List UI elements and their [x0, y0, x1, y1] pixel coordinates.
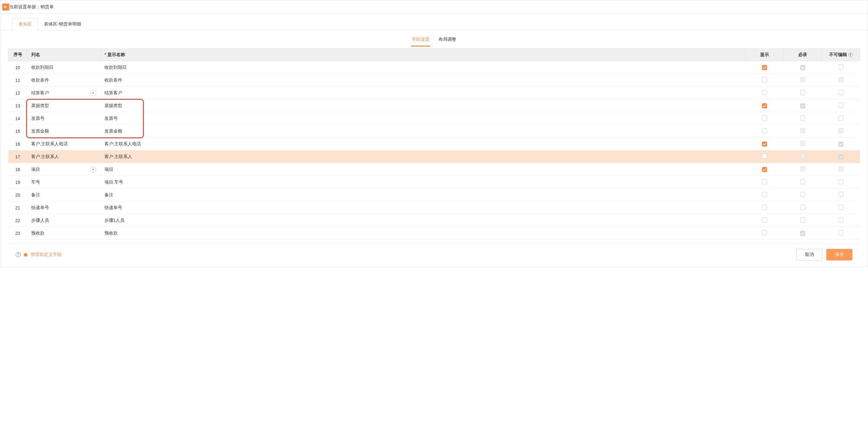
row-display-name[interactable]: 客户.主联系人电话 [101, 138, 745, 150]
add-button[interactable]: + [90, 90, 96, 96]
field-settings-table: 序号 列名 *显示名称 显示 必录 不可编辑? 10收款到期日收款到期日11收款… [8, 49, 860, 240]
checkbox-required [800, 141, 805, 146]
row-display-name[interactable]: 发票号 [101, 112, 745, 125]
checkbox-readonly[interactable] [838, 192, 843, 197]
checkbox-required [800, 128, 805, 133]
checkbox-show[interactable] [762, 128, 767, 133]
gear-icon [23, 252, 28, 257]
checkbox-required[interactable] [800, 115, 805, 120]
column-header-name: 列名 [27, 49, 101, 61]
row-display-name[interactable]: 预收款 [101, 227, 745, 240]
row-display-name[interactable]: 项目 [101, 163, 745, 176]
row-name-text: 客户.主联系人 [31, 154, 59, 159]
checkbox-show[interactable] [762, 154, 767, 159]
table-row: 22步骤人员步骤1人员 [8, 214, 860, 227]
checkbox-readonly[interactable] [838, 230, 843, 235]
row-display-name[interactable]: 收款到期日 [101, 61, 745, 74]
row-name: 预收款 [27, 227, 101, 240]
row-name: 结算客户+ [27, 87, 101, 99]
row-index: 17 [8, 150, 27, 163]
checkbox-show[interactable] [762, 230, 767, 235]
table-row: 21快递单号快递单号 [8, 201, 860, 214]
add-button[interactable]: + [90, 167, 96, 172]
checkbox-show[interactable] [762, 103, 767, 108]
row-index: 22 [8, 214, 27, 227]
row-name: 车号 [27, 176, 101, 189]
checkbox-show[interactable] [762, 90, 767, 95]
row-name: 收款条件 [27, 74, 101, 87]
cancel-button[interactable]: 取消 [796, 249, 823, 260]
row-index: 19 [8, 176, 27, 189]
checkbox-show[interactable] [762, 65, 767, 70]
checkbox-readonly[interactable] [838, 90, 843, 95]
row-display-name[interactable]: 项目.车号 [101, 176, 745, 189]
table-row: 18项目+项目 [8, 163, 860, 176]
row-display-name[interactable]: 收款条件 [101, 74, 745, 87]
top-tab-0[interactable]: 表头区 [12, 18, 38, 30]
checkbox-readonly[interactable] [838, 115, 843, 120]
header-bar: 当前设置单据：销货单 [0, 0, 868, 14]
checkbox-show[interactable] [762, 218, 767, 223]
row-name-text: 客户.主联系人电话 [31, 141, 68, 146]
save-button[interactable]: 保存 [826, 249, 852, 260]
help-icon[interactable]: ? [848, 53, 853, 57]
table-wrapper: 序号 列名 *显示名称 显示 必录 不可编辑? 10收款到期日收款到期日11收款… [0, 49, 868, 240]
checkbox-show[interactable] [762, 77, 767, 82]
checkbox-show[interactable] [762, 167, 767, 172]
row-display-name[interactable]: 结算客户 [101, 87, 745, 99]
table-row: 10收款到期日收款到期日 [8, 61, 860, 74]
table-row: 13票据类型票据类型 [8, 99, 860, 112]
column-header-readonly: 不可编辑? [822, 49, 860, 61]
checkbox-show[interactable] [762, 142, 767, 147]
checkbox-required[interactable] [800, 90, 805, 95]
help-icon[interactable]: ? [16, 252, 21, 257]
table-row: 23预收款预收款 [8, 227, 860, 240]
row-name: 收款到期日 [27, 61, 101, 74]
table-row: 16客户.主联系人电话客户.主联系人电话 [8, 138, 860, 150]
row-index: 10 [8, 61, 27, 74]
checkbox-readonly[interactable] [838, 218, 843, 223]
checkbox-required [800, 231, 805, 236]
checkbox-required[interactable] [800, 218, 805, 223]
row-display-name[interactable]: 发票金额 [101, 125, 745, 138]
sub-tab-0[interactable]: 字段设置 [411, 35, 430, 47]
row-name-text: 步骤人员 [31, 218, 49, 223]
table-row: 20备注备注 [8, 189, 860, 201]
checkbox-required[interactable] [800, 192, 805, 197]
checkbox-required [800, 65, 805, 70]
checkbox-required [800, 166, 805, 171]
table-row: 14发票号发票号 [8, 112, 860, 125]
table-row: 12结算客户+结算客户 [8, 87, 860, 99]
checkbox-required[interactable] [800, 205, 805, 210]
row-name-text: 备注 [31, 192, 40, 197]
row-name-text: 收款到期日 [31, 65, 54, 70]
row-display-name[interactable]: 备注 [101, 189, 745, 201]
checkbox-show[interactable] [762, 179, 767, 184]
checkbox-required [800, 77, 805, 82]
required-asterisk: * [104, 52, 106, 57]
expand-sidebar-button[interactable] [2, 3, 9, 10]
row-index: 12 [8, 87, 27, 99]
checkbox-readonly [838, 166, 843, 171]
checkbox-show[interactable] [762, 205, 767, 210]
manage-custom-fields-link[interactable]: 管理自定义字段 [31, 252, 62, 258]
checkbox-readonly[interactable] [838, 179, 843, 184]
checkbox-readonly[interactable] [838, 103, 843, 108]
table-row: 19车号项目.车号 [8, 176, 860, 189]
checkbox-show[interactable] [762, 115, 767, 120]
checkbox-readonly [838, 128, 843, 133]
row-display-name[interactable]: 步骤1人员 [101, 214, 745, 227]
row-display-name[interactable]: 客户.主联系人 [101, 150, 745, 163]
checkbox-show[interactable] [762, 192, 767, 197]
sub-tab-1[interactable]: 布局调整 [438, 35, 457, 47]
row-name-text: 车号 [31, 179, 40, 184]
checkbox-required[interactable] [800, 179, 805, 184]
row-name: 快递单号 [27, 201, 101, 214]
footer-bar: ? 管理自定义字段 取消 保存 [8, 244, 860, 260]
checkbox-readonly[interactable] [838, 205, 843, 210]
top-tab-1[interactable]: 表体区-销货单明细 [38, 18, 87, 30]
row-display-name[interactable]: 票据类型 [101, 99, 745, 112]
row-index: 14 [8, 112, 27, 125]
row-display-name[interactable]: 快递单号 [101, 201, 745, 214]
checkbox-readonly[interactable] [838, 64, 843, 69]
